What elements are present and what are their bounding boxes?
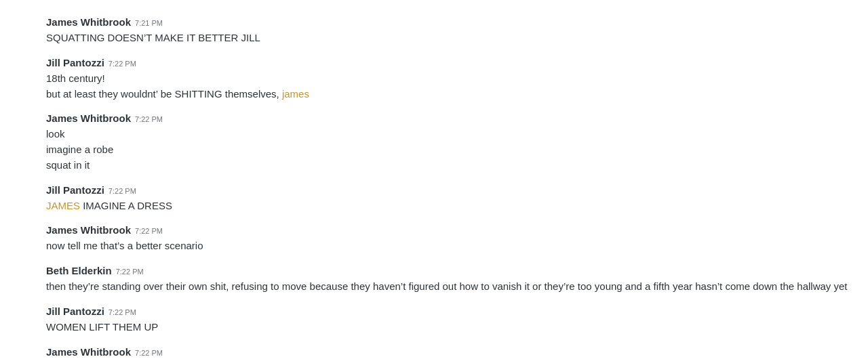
username: Jill Pantozzi [46,183,104,197]
message-header: Beth Elderkin7:22 PM [46,263,857,278]
message-text: JAMES IMAGINE A DRESS [46,198,857,213]
avatar: BE [11,263,38,291]
mention: james [282,88,309,100]
message-header: James Whitbrook7:21 PM [46,15,857,29]
timestamp: 7:22 PM [108,186,136,196]
username: James Whitbrook [46,345,131,359]
message-group: JPJill Pantozzi7:22 PMJAMES IMAGINE A DR… [11,182,857,215]
message-content: Jill Pantozzi7:22 PMJAMES IMAGINE A DRES… [46,183,857,214]
message-text: look [46,127,857,142]
message-text: now tell me that’s a better scenario [46,238,857,253]
avatar: JW [11,345,38,360]
username: James Whitbrook [46,223,131,237]
username: Jill Pantozzi [46,304,104,318]
avatar: JP [11,56,38,83]
message-content: James Whitbrook7:22 PMlookimagine a robe… [46,111,857,173]
message-header: James Whitbrook7:22 PM [46,345,857,359]
message-content: James Whitbrook7:21 PMSQUATTING DOESN’T … [46,15,857,46]
message-text: 18th century! [46,71,857,86]
message-text: imagine a robe [46,142,857,157]
message-group: BEBeth Elderkin7:22 PMthen they’re stand… [11,262,857,296]
message-text: SQUATTING DOESN’T MAKE IT BETTER JILL [46,30,857,45]
timestamp: 7:22 PM [116,267,144,277]
message-header: Jill Pantozzi7:22 PM [46,183,857,197]
username: James Whitbrook [46,15,131,29]
avatar: JW [11,111,38,138]
timestamp: 7:21 PM [135,18,163,28]
message-header: Jill Pantozzi7:22 PM [46,304,857,318]
message-group: JWJames Whitbrook7:22 PMlookimagine a ro… [11,110,857,174]
username: Jill Pantozzi [46,56,104,70]
timestamp: 7:22 PM [108,59,136,69]
message-text: squat in it [46,158,857,173]
message-header: Jill Pantozzi7:22 PM [46,56,857,70]
message-header: James Whitbrook7:22 PM [46,223,857,237]
timestamp: 7:22 PM [135,114,163,125]
avatar: JW [11,15,38,42]
message-content: Jill Pantozzi7:22 PMWOMEN LIFT THEM UP [46,304,857,335]
timestamp: 7:22 PM [108,308,136,318]
avatar: JP [11,183,38,210]
message-content: Beth Elderkin7:22 PMthen they’re standin… [46,263,857,295]
message-group: JWJames Whitbrook7:22 PMTHESE WIZARDS AR… [11,343,857,360]
message-header: James Whitbrook7:22 PM [46,111,857,125]
timestamp: 7:22 PM [135,226,163,236]
message-text: but at least they wouldnt’ be SHITTING t… [46,87,857,102]
message-group: JWJames Whitbrook7:21 PMSQUATTING DOESN’… [11,14,857,47]
username: Beth Elderkin [46,263,112,278]
username: James Whitbrook [46,111,131,125]
message-content: James Whitbrook7:22 PMnow tell me that’s… [46,223,857,254]
message-content: Jill Pantozzi7:22 PM18th century!but at … [46,56,857,102]
message-group: JPJill Pantozzi7:22 PMWOMEN LIFT THEM UP [11,303,857,337]
message-content: James Whitbrook7:22 PMTHESE WIZARDS ARE … [46,345,857,360]
message-group: JWJames Whitbrook7:22 PMnow tell me that… [11,221,857,255]
avatar: JP [11,304,38,331]
chat-container: JWJames Whitbrook7:21 PMSQUATTING DOESN’… [0,0,868,359]
message-text: then they’re standing over their own shi… [46,279,857,294]
timestamp: 7:22 PM [135,348,163,358]
avatar: JW [11,223,38,250]
message-group: JPJill Pantozzi7:22 PM18th century!but a… [11,54,857,104]
message-text: WOMEN LIFT THEM UP [46,320,857,335]
mention: JAMES [46,200,83,211]
